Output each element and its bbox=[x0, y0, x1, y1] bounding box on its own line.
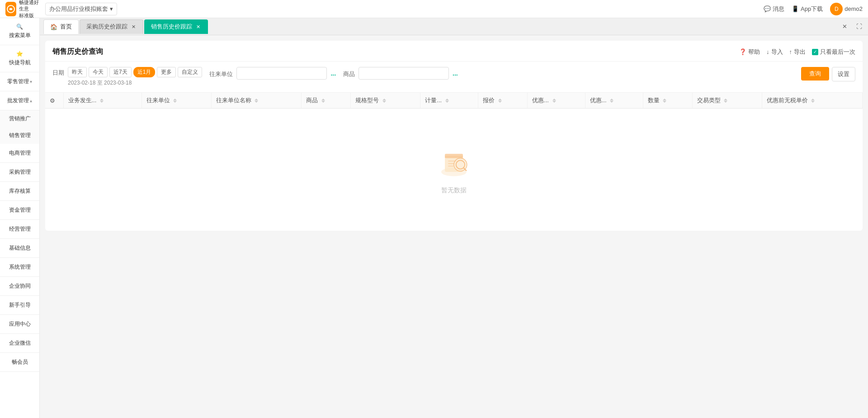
sidebar-item-ops[interactable]: 经营管理 bbox=[0, 220, 39, 239]
maximize-btn[interactable]: ⛶ bbox=[854, 21, 864, 32]
goods-input[interactable] bbox=[359, 67, 449, 80]
date-filter-group: 日期 昨天 今天 近7天 近1月 更多 自定义 2023-02-18 至 202… bbox=[52, 67, 202, 87]
sort-spec[interactable] bbox=[382, 99, 386, 103]
sidebar-item-apps[interactable]: 应用中心 bbox=[0, 315, 39, 334]
filter-actions: 查询 设置 bbox=[801, 67, 855, 81]
phone-icon: 📱 bbox=[792, 5, 799, 12]
sort-biz-date[interactable] bbox=[100, 99, 104, 103]
sidebar-item-enterprise[interactable]: 企业协同 bbox=[0, 277, 39, 296]
table-area: ⚙ 业务发生... 往来单位 bbox=[45, 93, 863, 231]
goods-filter-group: 商品 ... bbox=[343, 67, 458, 80]
date-btn-custom[interactable]: 自定义 bbox=[178, 67, 202, 77]
sort-discount2[interactable] bbox=[610, 99, 613, 103]
sidebar-item-inventory[interactable]: 库存核算 bbox=[0, 182, 39, 201]
chevron-down-icon: ▾ bbox=[110, 5, 113, 12]
sort-pre-discount-price[interactable] bbox=[811, 99, 815, 103]
sidebar-item-marketing[interactable]: 营销推广 bbox=[0, 110, 39, 127]
star-icon: ⭐ bbox=[16, 51, 23, 57]
th-biz-date: 业务发生... bbox=[63, 93, 142, 109]
counterparty-filter-group: 往来单位 ... bbox=[209, 67, 336, 80]
sort-unit[interactable] bbox=[445, 99, 449, 103]
tab-bar: 🏠 首页 采购历史价跟踪 ✕ 销售历史价跟踪 ✕ ✕ ⛶ bbox=[40, 18, 868, 35]
message-icon: 💬 bbox=[764, 5, 771, 12]
tab-home[interactable]: 🏠 首页 bbox=[43, 19, 79, 34]
counterparty-label: 往来单位 bbox=[209, 68, 233, 78]
empty-icon bbox=[436, 145, 472, 181]
sidebar-item-finance[interactable]: 资金管理 bbox=[0, 201, 39, 220]
th-discount1: 优惠... bbox=[528, 93, 585, 109]
sidebar: 🔍 搜索菜单 ⭐ 快捷导航 零售管理 ▾ 批发管理 ▴ 营销推广 销售管理 电商… bbox=[0, 18, 40, 418]
date-btn-7days[interactable]: 近7天 bbox=[109, 67, 132, 77]
th-spec: 规格型号 bbox=[351, 93, 420, 109]
sidebar-item-ecommerce[interactable]: 电商管理 bbox=[0, 144, 39, 163]
sidebar-item-sales-mgmt[interactable]: 销售管理 bbox=[0, 127, 39, 144]
sort-discount1[interactable] bbox=[552, 99, 556, 103]
sidebar-item-retail[interactable]: 零售管理 ▾ bbox=[0, 72, 39, 91]
svg-rect-3 bbox=[445, 154, 463, 158]
tab-bar-actions: ✕ ⛶ bbox=[839, 21, 864, 32]
date-btn-more[interactable]: 更多 bbox=[157, 67, 176, 77]
gear-icon[interactable]: ⚙ bbox=[50, 97, 55, 104]
page-content: 销售历史价查询 ❓ 帮助 ↓ 导入 ↑ 导出 bbox=[40, 35, 868, 418]
workspace-selector[interactable]: 办公用品行业模拟账套 ▾ bbox=[45, 3, 117, 15]
sidebar-item-quick-nav[interactable]: ⭐ 快捷导航 bbox=[0, 45, 39, 72]
th-unit: 计量... bbox=[420, 93, 478, 109]
sort-counterparty[interactable] bbox=[173, 99, 177, 103]
tab-sales-history[interactable]: 销售历史价跟踪 ✕ bbox=[144, 19, 208, 34]
search-icon: 🔍 bbox=[16, 24, 23, 30]
th-quantity: 数量 bbox=[643, 93, 692, 109]
chevron-down-icon: ▾ bbox=[30, 79, 32, 84]
sidebar-item-system[interactable]: 系统管理 bbox=[0, 258, 39, 277]
th-gear[interactable]: ⚙ bbox=[45, 93, 63, 109]
top-bar-left: 畅捷通好生意 标准版 办公用品行业模拟账套 ▾ bbox=[5, 0, 117, 19]
th-quote: 报价 bbox=[478, 93, 528, 109]
export-btn[interactable]: ↑ 导出 bbox=[789, 48, 806, 56]
th-counterparty: 往来单位 bbox=[142, 93, 211, 109]
help-icon: ❓ bbox=[739, 48, 746, 55]
app-download-btn[interactable]: 📱 App下载 bbox=[792, 5, 823, 13]
content-area: 🏠 首页 采购历史价跟踪 ✕ 销售历史价跟踪 ✕ ✕ ⛶ 销售历史价查询 bbox=[40, 18, 868, 418]
sidebar-item-base[interactable]: 基础信息 bbox=[0, 239, 39, 258]
help-btn[interactable]: ❓ 帮助 bbox=[739, 48, 760, 56]
export-icon: ↑ bbox=[789, 48, 793, 55]
sort-quote[interactable] bbox=[498, 99, 502, 103]
page-header-actions: ❓ 帮助 ↓ 导入 ↑ 导出 ✓ 只看最后一次 bbox=[739, 48, 855, 56]
empty-state: 暂无数据 bbox=[45, 109, 863, 231]
user-menu[interactable]: D demo2 bbox=[830, 3, 863, 15]
sort-counterparty-name[interactable] bbox=[255, 99, 258, 103]
date-label: 日期 bbox=[52, 67, 64, 77]
sidebar-item-search[interactable]: 🔍 搜索菜单 bbox=[0, 18, 39, 45]
counterparty-dots[interactable]: ... bbox=[330, 70, 336, 77]
tab-close-purchase[interactable]: ✕ bbox=[130, 24, 137, 30]
only-last-checkbox[interactable]: ✓ 只看最后一次 bbox=[812, 48, 855, 56]
tab-close-sales[interactable]: ✕ bbox=[195, 24, 201, 30]
sidebar-item-weixin[interactable]: 企业微信 bbox=[0, 334, 39, 353]
logo-icon bbox=[5, 2, 16, 16]
message-btn[interactable]: 💬 消息 bbox=[764, 5, 784, 13]
sort-trade-type[interactable] bbox=[724, 99, 727, 103]
goods-label: 商品 bbox=[343, 68, 355, 78]
date-buttons: 昨天 今天 近7天 近1月 更多 自定义 bbox=[68, 67, 202, 77]
sidebar-item-purchase[interactable]: 采购管理 bbox=[0, 163, 39, 182]
date-btn-yesterday[interactable]: 昨天 bbox=[68, 67, 87, 77]
sidebar-item-member[interactable]: 畅会员 bbox=[0, 353, 39, 372]
query-button[interactable]: 查询 bbox=[801, 67, 829, 81]
close-all-tabs-btn[interactable]: ✕ bbox=[839, 21, 850, 32]
date-btn-1month[interactable]: 近1月 bbox=[133, 67, 156, 77]
top-bar-right: 💬 消息 📱 App下载 D demo2 bbox=[764, 3, 863, 15]
goods-dots[interactable]: ... bbox=[453, 70, 458, 77]
sort-quantity[interactable] bbox=[663, 99, 666, 103]
counterparty-input[interactable] bbox=[236, 67, 327, 80]
settings-button[interactable]: 设置 bbox=[832, 67, 855, 81]
sort-goods[interactable] bbox=[321, 99, 325, 103]
data-table: ⚙ 业务发生... 往来单位 bbox=[45, 93, 863, 231]
home-icon: 🏠 bbox=[50, 24, 57, 30]
sidebar-item-newbie[interactable]: 新手引导 bbox=[0, 296, 39, 315]
import-btn[interactable]: ↓ 导入 bbox=[766, 48, 783, 56]
logo-area: 畅捷通好生意 标准版 bbox=[5, 0, 42, 19]
sidebar-item-wholesale[interactable]: 批发管理 ▴ bbox=[0, 91, 39, 110]
date-btn-today[interactable]: 今天 bbox=[89, 67, 108, 77]
th-trade-type: 交易类型 bbox=[692, 93, 762, 109]
tab-purchase-history[interactable]: 采购历史价跟踪 ✕ bbox=[80, 19, 143, 34]
page-title: 销售历史价查询 bbox=[52, 47, 103, 57]
